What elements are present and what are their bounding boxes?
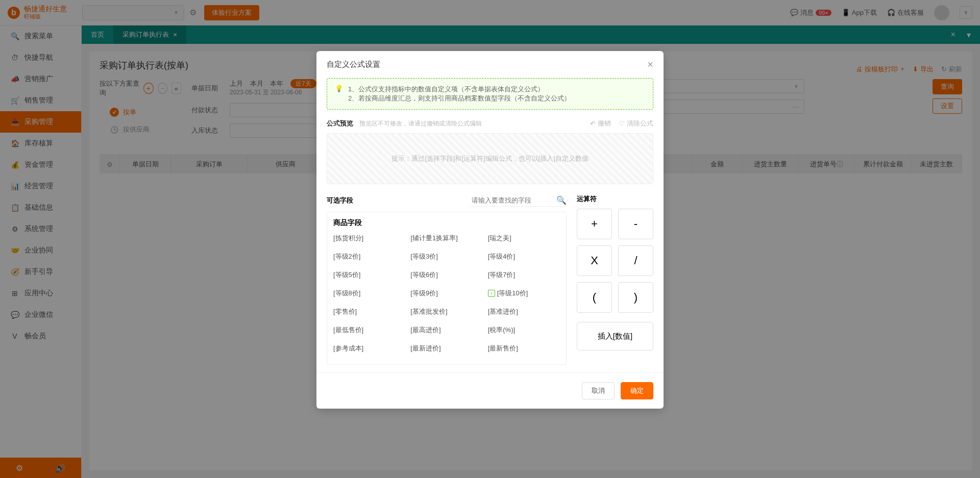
field-label: [最低售价] — [333, 325, 363, 335]
field-label: [瑞之美] — [488, 234, 511, 243]
preview-title: 公式预览 — [327, 119, 353, 128]
tip-box: 💡 1、公式仅支持指标中的数值自定义项（不含单据表体自定义公式） 2、若按商品维… — [327, 78, 653, 110]
field-label: [最新进价] — [410, 344, 440, 353]
field-label: [税率(%)] — [488, 325, 515, 335]
field-label: [等级4价] — [488, 252, 515, 261]
field-label: [等级7价] — [488, 270, 515, 280]
preview-hint: 预览区不可修改，请通过撤销或清除公式编辑 — [359, 119, 482, 128]
tip-line2: 2、若按商品维度汇总，则支持引用商品档案数值型字段（不含自定义公式） — [348, 94, 571, 103]
field-item[interactable]: [最新售价] — [488, 344, 560, 353]
field-label: [等级6价] — [410, 270, 437, 280]
field-item[interactable]: [基准进价] — [488, 307, 560, 316]
field-item[interactable]: [税率(%)] — [488, 325, 560, 335]
fields-section-title: 商品字段 — [333, 218, 560, 228]
field-item[interactable]: [最新进价] — [410, 344, 482, 353]
field-label: [等级5价] — [333, 270, 360, 280]
field-item[interactable]: [参考成本] — [333, 344, 405, 353]
undo-icon: ↶ — [590, 120, 596, 128]
field-item[interactable]: [最高进价] — [410, 325, 482, 335]
field-item[interactable]: [等级2价] — [333, 252, 405, 261]
operators-title: 运算符 — [577, 194, 653, 204]
undo-label: 撤销 — [598, 119, 611, 128]
field-item[interactable]: [基准批发价] — [410, 307, 482, 316]
field-label: [等级9价] — [410, 289, 437, 298]
fields-title: 可选字段 — [327, 196, 353, 205]
field-item[interactable]: [等级5价] — [333, 270, 405, 280]
modal-title: 自定义公式设置 — [327, 60, 380, 69]
field-search-input[interactable] — [470, 194, 567, 207]
field-item[interactable]: [等级9价] — [410, 289, 482, 298]
field-item[interactable]: ↑[等级10价] — [488, 289, 560, 298]
lightbulb-icon: 💡 — [335, 85, 343, 103]
field-label: [最高进价] — [410, 325, 440, 335]
field-item[interactable]: [等级4价] — [488, 252, 560, 261]
field-item[interactable]: [零售价] — [333, 307, 405, 316]
tip-line1: 1、公式仅支持指标中的数值自定义项（不含单据表体自定义公式） — [348, 85, 571, 94]
operator-button[interactable]: - — [618, 209, 653, 239]
field-label: [最新售价] — [488, 344, 518, 353]
field-label: [等级2价] — [333, 252, 360, 261]
field-label: [参考成本] — [333, 344, 363, 353]
modal-overlay: 自定义公式设置 × 💡 1、公式仅支持指标中的数值自定义项（不含单据表体自定义公… — [0, 0, 980, 478]
search-icon[interactable]: 🔍 — [556, 195, 567, 205]
formula-modal: 自定义公式设置 × 💡 1、公式仅支持指标中的数值自定义项（不含单据表体自定义公… — [316, 51, 664, 409]
field-item[interactable]: [最低售价] — [333, 325, 405, 335]
field-label: [等级8价] — [333, 289, 360, 298]
undo-button[interactable]: ↶撤销 — [590, 119, 611, 128]
operator-button[interactable]: X — [577, 245, 612, 276]
fields-list-box[interactable]: 商品字段 [拣货积分][辅计量1换算率][瑞之美][等级2价][等级3价][等级… — [327, 212, 567, 365]
cancel-button[interactable]: 取消 — [582, 382, 615, 399]
operator-button[interactable]: + — [577, 209, 612, 239]
confirm-button[interactable]: 确定 — [621, 382, 653, 399]
field-item[interactable]: [拣货积分] — [333, 234, 405, 243]
preview-placeholder: 提示：通过[选择字段]和[运算符]编辑公式，也可以[插入]自定义数值 — [391, 154, 589, 163]
operator-button[interactable]: / — [618, 245, 653, 276]
field-label: [拣货积分] — [333, 234, 363, 243]
modal-close-icon[interactable]: × — [647, 59, 653, 70]
field-label: [等级3价] — [410, 252, 437, 261]
insert-value-button[interactable]: 插入[数值] — [577, 322, 653, 350]
field-item[interactable]: [等级6价] — [410, 270, 482, 280]
field-label: [基准进价] — [488, 307, 518, 316]
clear-formula-button[interactable]: ♡清除公式 — [619, 119, 653, 128]
operator-button[interactable]: ( — [577, 282, 612, 313]
arrow-up-icon: ↑ — [488, 290, 495, 297]
formula-preview-area: 提示：通过[选择字段]和[运算符]编辑公式，也可以[插入]自定义数值 — [327, 133, 653, 184]
field-item[interactable]: [等级3价] — [410, 252, 482, 261]
clear-icon: ♡ — [619, 120, 625, 128]
field-item[interactable]: [辅计量1换算率] — [410, 234, 482, 243]
operator-button[interactable]: ) — [618, 282, 653, 313]
field-label: [基准批发价] — [410, 307, 447, 316]
field-label: [辅计量1换算率] — [410, 234, 457, 243]
field-item[interactable]: [等级8价] — [333, 289, 405, 298]
field-item[interactable]: [等级7价] — [488, 270, 560, 280]
field-label: [零售价] — [333, 307, 357, 316]
clear-label: 清除公式 — [627, 119, 653, 128]
field-label: [等级10价] — [497, 289, 528, 298]
field-item[interactable]: [瑞之美] — [488, 234, 560, 243]
